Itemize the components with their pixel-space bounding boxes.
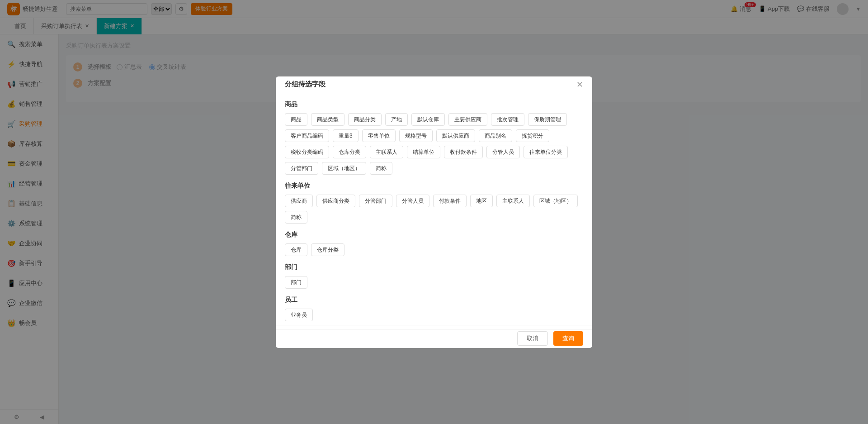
modal-confirm-button[interactable]: 查询 — [553, 331, 583, 346]
field-section-employee: 员工业务员 — [285, 296, 583, 321]
field-tag[interactable]: 零售单位 — [362, 129, 396, 142]
field-section-title-warehouse: 仓库 — [285, 231, 583, 239]
field-tag[interactable]: 供应商 — [285, 195, 313, 207]
field-tag[interactable]: 地区 — [470, 195, 493, 207]
field-tag[interactable]: 商品别名 — [479, 129, 512, 142]
field-section-department: 部门部门 — [285, 263, 583, 289]
field-tag[interactable]: 简称 — [370, 162, 392, 175]
modal-header: 分组待选字段 ✕ — [276, 76, 592, 94]
field-section-title-partner: 往来单位 — [285, 182, 583, 190]
field-tag[interactable]: 商品分类 — [348, 113, 382, 126]
field-section-warehouse: 仓库仓库仓库分类 — [285, 231, 583, 256]
field-tag[interactable]: 重量3 — [333, 129, 359, 142]
field-tag[interactable]: 部门 — [285, 276, 307, 289]
field-tag[interactable]: 分管人员 — [486, 146, 520, 158]
field-tag[interactable]: 主联系人 — [370, 146, 403, 158]
field-tag[interactable]: 批次管理 — [491, 113, 524, 126]
modal-body: 商品商品商品类型商品分类产地默认仓库主要供应商批次管理保质期管理客户商品编码重量… — [276, 93, 592, 324]
field-tag[interactable]: 税收分类编码 — [285, 146, 329, 158]
field-tag[interactable]: 分管部门 — [359, 195, 392, 207]
field-tag[interactable]: 主要供应商 — [448, 113, 487, 126]
field-tag[interactable]: 产地 — [385, 113, 408, 126]
field-section-title-department: 部门 — [285, 263, 583, 272]
field-select-modal: 分组待选字段 ✕ 商品商品商品类型商品分类产地默认仓库主要供应商批次管理保质期管… — [276, 76, 592, 348]
field-tag[interactable]: 分管人员 — [396, 195, 429, 207]
field-section-title-goods: 商品 — [285, 100, 583, 109]
field-tag[interactable]: 供应商分类 — [316, 195, 355, 207]
field-tag[interactable]: 拣货积分 — [516, 129, 549, 142]
field-tag[interactable]: 结算单位 — [407, 146, 440, 158]
field-tag[interactable]: 商品类型 — [311, 113, 344, 126]
field-tags-goods: 商品商品类型商品分类产地默认仓库主要供应商批次管理保质期管理客户商品编码重量3零… — [285, 113, 583, 175]
field-tag[interactable]: 商品 — [285, 113, 307, 126]
field-tag[interactable]: 规格型号 — [399, 129, 433, 142]
field-tag[interactable]: 收付款条件 — [444, 146, 483, 158]
field-tags-department: 部门 — [285, 276, 583, 289]
field-tag[interactable]: 区域（地区） — [322, 162, 366, 175]
field-tag[interactable]: 默认供应商 — [436, 129, 475, 142]
field-tag[interactable]: 业务员 — [285, 309, 313, 321]
field-tag[interactable]: 往来单位分类 — [524, 146, 568, 158]
field-tag[interactable]: 简称 — [285, 211, 307, 224]
field-tag[interactable]: 客户商品编码 — [285, 129, 329, 142]
field-section-partner: 往来单位供应商供应商分类分管部门分管人员付款条件地区主联系人区域（地区）简称 — [285, 182, 583, 224]
field-tag[interactable]: 分管部门 — [285, 162, 318, 175]
field-tags-partner: 供应商供应商分类分管部门分管人员付款条件地区主联系人区域（地区）简称 — [285, 195, 583, 224]
field-tag[interactable]: 仓库 — [285, 243, 307, 256]
modal-horizontal-scroll[interactable] — [276, 325, 592, 329]
field-tags-employee: 业务员 — [285, 309, 583, 321]
field-tag[interactable]: 付款条件 — [433, 195, 467, 207]
field-tag[interactable]: 默认仓库 — [411, 113, 445, 126]
field-section-title-employee: 员工 — [285, 296, 583, 304]
modal-title: 分组待选字段 — [285, 80, 326, 89]
field-tag[interactable]: 区域（地区） — [533, 195, 578, 207]
field-tag[interactable]: 仓库分类 — [311, 243, 344, 256]
field-tag[interactable]: 仓库分类 — [333, 146, 366, 158]
field-section-goods: 商品商品商品类型商品分类产地默认仓库主要供应商批次管理保质期管理客户商品编码重量… — [285, 100, 583, 175]
modal-footer: 取消 查询 — [276, 329, 592, 348]
modal-close-button[interactable]: ✕ — [576, 80, 583, 90]
field-tags-warehouse: 仓库仓库分类 — [285, 243, 583, 256]
modal-cancel-button[interactable]: 取消 — [517, 331, 548, 346]
field-tag[interactable]: 主联系人 — [496, 195, 530, 207]
field-tag[interactable]: 保质期管理 — [528, 113, 567, 126]
